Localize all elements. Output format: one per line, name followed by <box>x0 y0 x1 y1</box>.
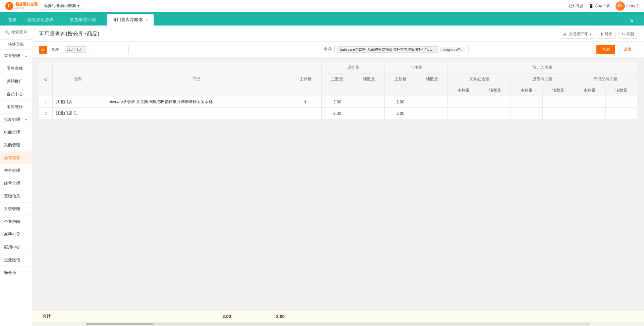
sidebar-search-area: 🔍 搜索菜单 <box>0 26 32 40</box>
page-title: 可用量查询(按仓库+商品) <box>39 31 99 38</box>
row-unit <box>290 108 321 119</box>
product-tag-close-0[interactable]: × <box>435 48 437 51</box>
row-current-main: 2.00 <box>321 96 353 108</box>
sidebar-item-purchase[interactable]: 采购管理 <box>0 139 32 152</box>
sidebar-item-marketing[interactable]: 营销推广 <box>0 75 32 88</box>
table-container: 仓库 商品 主计量 现存量 可用量 预计入库量 主数量 辅数量 主数量 辅数量 … <box>32 58 644 310</box>
product-tag-input[interactable]: babycare学饮杯 儿童防摔防撞吸管杯重力球吸嘴杯宝宝水杯 × babyca… <box>334 45 469 54</box>
sidebar-item-base[interactable]: 基础信息 <box>0 190 32 203</box>
row-current-aux <box>353 96 385 108</box>
close-window-icon[interactable]: ✕ <box>630 18 634 24</box>
tab-receipts-close[interactable]: × <box>57 18 59 22</box>
th-planned-in: 预计入库量 <box>448 62 637 74</box>
warehouse-more-button[interactable]: ... <box>89 47 92 52</box>
row-purchase-in-aux <box>542 108 574 119</box>
page-header: 可用量查询(按仓库+商品) 🖨 按模板打印 ▾ ⬆ 导出 ↻ 刷新 <box>32 26 644 42</box>
sidebar-item-enterprise[interactable]: 企业协同 <box>0 216 32 228</box>
sidebar-item-appstore[interactable]: 应用中心 <box>0 241 32 254</box>
tab-available-close[interactable]: × <box>146 18 148 22</box>
sidebar-item-newbie[interactable]: 新手引导 <box>0 228 32 241</box>
export-button[interactable]: ⬆ 导出 <box>597 30 616 39</box>
sidebar-item-wholesale[interactable]: 批发管理 ▼ <box>0 113 32 126</box>
maximize-icon[interactable]: ⛶ <box>637 18 641 24</box>
th-pi-main: 主数量 <box>511 85 542 96</box>
export-icon: ⬆ <box>600 32 603 37</box>
sidebar-item-retail[interactable]: 零售管理 ▲ <box>0 50 32 62</box>
app-download-button[interactable]: 📱 App下载 <box>589 3 610 9</box>
row-purchase-in-main <box>511 96 542 108</box>
row-production-aux <box>605 96 637 108</box>
nav-tabs: 首页 收发存汇总表 × 要货单统计表 × 可用量库存账本 × ✕ ⛶ <box>0 12 644 26</box>
top-bar: 好 畅捷通好生意 标准版 母婴行业演示账套 ▾ 💬 消息 📱 App下载 Ea … <box>0 0 644 12</box>
logo-icon: 好 <box>5 2 13 10</box>
footer-available-main: 2.00 <box>267 314 294 319</box>
th-current-aux: 辅数量 <box>353 74 385 85</box>
refresh-button[interactable]: ↻ 刷新 <box>619 30 637 39</box>
warehouse-tag-0: 江北门店 × <box>65 46 87 53</box>
warehouse-filter-group: 仓库 江北门店 × ... <box>51 45 320 54</box>
row-index: 1 <box>39 96 53 108</box>
tab-receipts[interactable]: 收发存汇总表 × <box>22 14 64 26</box>
row-current-aux <box>353 108 385 119</box>
data-table: 仓库 商品 主计量 现存量 可用量 预计入库量 主数量 辅数量 主数量 辅数量 … <box>39 62 637 119</box>
row-product: babycare学饮杯 儿童防摔防撞吸管杯重力球吸嘴杯宝宝水杯 <box>103 96 290 108</box>
sidebar-item-ecommerce[interactable]: 电商管理 <box>0 126 32 139</box>
scrollbar-thumb[interactable] <box>86 323 153 325</box>
row-production-main <box>574 108 605 119</box>
sidebar-item-operations[interactable]: 经营管理 <box>0 177 32 190</box>
filter-actions: 查询 设置 <box>596 45 637 54</box>
th-purchase: 采购在途量 <box>448 74 511 85</box>
query-button[interactable]: 查询 <box>596 45 615 54</box>
gear-icon[interactable] <box>44 77 48 82</box>
row-unit: 个 <box>290 96 321 108</box>
footer-label: 合计 <box>39 313 93 319</box>
row-purchase-main <box>448 108 479 119</box>
settings-button[interactable]: 设置 <box>618 45 637 54</box>
row-current-main: 2.00 <box>321 108 353 119</box>
sidebar-item-inventory[interactable]: 库存核算 <box>0 152 32 165</box>
row-index: 2 <box>39 108 53 119</box>
scrollbar-track <box>86 323 590 325</box>
sidebar-item-retail-stats[interactable]: 零售统计 <box>0 101 32 113</box>
search-menu-button[interactable]: 🔍 搜索菜单 <box>3 28 29 37</box>
quick-nav-button[interactable]: 快捷导航 <box>0 40 32 50</box>
th-available-main: 主数量 <box>385 74 416 85</box>
th-unit: 主计量 <box>290 62 321 96</box>
sidebar-item-member[interactable]: 会员中心 <box>0 88 32 101</box>
th-pr-aux: 辅数量 <box>605 85 637 96</box>
warehouse-tag-close-0[interactable]: × <box>83 48 85 51</box>
industry-label: 母婴行业演示账套 <box>44 3 76 9</box>
sidebar-item-vip[interactable]: 畅会员 <box>0 267 32 279</box>
print-button[interactable]: 🖨 按模板打印 ▾ <box>560 30 594 39</box>
sidebar-item-wecom[interactable]: 企业微信 <box>0 254 32 267</box>
filter-toggle-button[interactable]: ≫ <box>39 46 47 54</box>
th-pu-main: 主数量 <box>448 85 479 96</box>
sidebar-item-system[interactable]: 系统管理 <box>0 203 32 216</box>
download-icon: 📱 <box>589 4 594 8</box>
sidebar-item-finance[interactable]: 资金管理 <box>0 165 32 177</box>
chevron-up-icon: ▲ <box>24 54 28 58</box>
th-product: 商品 <box>103 62 290 96</box>
tab-home[interactable]: 首页 <box>3 14 22 26</box>
tab-orders-close[interactable]: × <box>99 18 101 22</box>
th-available: 可用量 <box>385 62 448 74</box>
tab-available[interactable]: 可用量库存账本 × <box>107 14 154 26</box>
sidebar-item-retail-store[interactable]: 零售商城 <box>0 62 32 75</box>
logo-area: 好 畅捷通好生意 标准版 <box>5 2 38 10</box>
footer-current-main: 2.00 <box>213 314 240 319</box>
page-header-actions: 🖨 按模板打印 ▾ ⬆ 导出 ↻ 刷新 <box>560 30 637 39</box>
th-available-aux: 辅数量 <box>416 74 448 85</box>
th-purchase-in: 进货待入量 <box>511 74 574 85</box>
warehouse-tag-input[interactable]: 江北门店 × ... <box>62 45 129 54</box>
search-icon: 🔍 <box>5 30 10 35</box>
warehouse-label: 仓库 <box>51 47 59 52</box>
product-tag-0: babycare学饮杯 儿童防摔防撞吸管杯重力球吸嘴杯宝宝水杯 × <box>337 46 439 53</box>
message-button[interactable]: 💬 消息 <box>569 3 583 9</box>
industry-selector[interactable]: 母婴行业演示账套 ▾ <box>41 2 82 10</box>
user-avatar-area[interactable]: Ea demo2 <box>615 1 639 11</box>
table-row: 2 江北门店【... 2.00 2.00 <box>39 108 637 119</box>
th-pu-aux: 辅数量 <box>479 85 511 96</box>
tab-orders[interactable]: 要货单统计表 × <box>64 14 107 26</box>
product-filter-group: 商品 babycare学饮杯 儿童防摔防撞吸管杯重力球吸嘴杯宝宝水杯 × bab… <box>324 45 592 54</box>
row-warehouse: 江北门店【... <box>53 108 103 119</box>
